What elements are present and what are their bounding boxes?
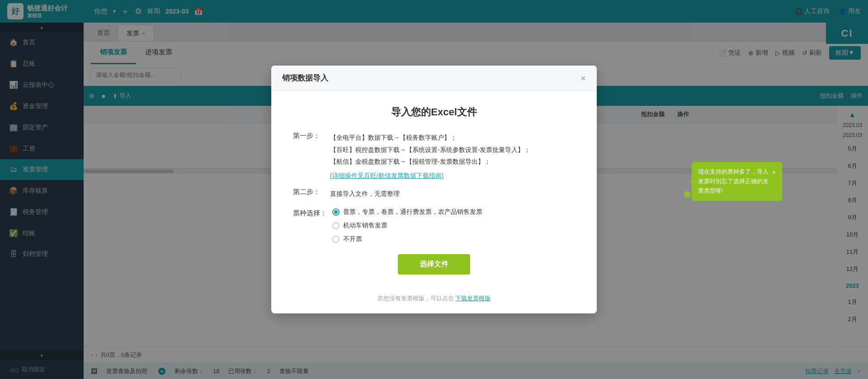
download-template-link[interactable]: 下载发票模版 — [455, 295, 491, 302]
ticket-label-1: 机动车销售发票 — [343, 222, 387, 230]
tooltip-close-button[interactable]: × — [772, 167, 776, 177]
ticket-label-2: 不开票 — [343, 235, 362, 243]
step1-line3: 【航信】金税盘数据下载→【报税管理-发票数据导出】； — [330, 156, 530, 168]
step1-row: 第一步： 【全电平台】数据下载→【税务数字账户】； 【百旺】税控盘数据下载→【系… — [293, 132, 575, 181]
step2-content: 直接导入文件，无需整理 — [330, 188, 400, 200]
ticket-option-2[interactable]: 不开票 — [332, 235, 482, 243]
step1-line2: 【百旺】税控盘数据下载→【系统设置-系统参数设置-发票批量导入】； — [330, 144, 530, 156]
footer-text: 若您没有发票模版，可以点击 — [377, 295, 454, 302]
tooltip-text: 现在支持的票种多了，导入发票时别忘了选择正确的发票类型呀! — [698, 168, 769, 194]
step1-line1: 【全电平台】数据下载→【税务数字账户】； — [330, 132, 530, 144]
ticket-option-1[interactable]: 机动车销售发票 — [332, 222, 482, 230]
svg-point-0 — [684, 191, 690, 198]
step2-label: 第二步： — [293, 188, 325, 200]
modal-title: 销项数据导入 — [282, 73, 328, 83]
modal-main-title: 导入您的Excel文件 — [293, 105, 575, 119]
select-file-button[interactable]: 选择文件 — [398, 254, 470, 275]
modal-close-button[interactable]: × — [580, 74, 586, 83]
step1-label: 第一步： — [293, 132, 325, 181]
step2-row: 第二步： 直接导入文件，无需整理 — [293, 188, 575, 200]
radio-btn-0[interactable] — [332, 208, 340, 216]
radio-btn-2[interactable] — [332, 236, 340, 243]
radio-dot-0 — [334, 210, 338, 214]
modal-header: 销项数据导入 × — [271, 66, 597, 91]
tooltip-bubble: × 现在支持的票种多了，导入发票时别忘了选择正确的发票类型呀! — [692, 162, 782, 201]
modal-footer: 若您没有发票模版，可以点击 下载发票模版 — [271, 287, 597, 313]
ticket-label: 票种选择： — [293, 208, 327, 218]
ticket-label-0: 普票，专票，卷票，通行费发票，农产品销售发票 — [343, 208, 482, 216]
step1-guide-link[interactable]: (详细操作见百旺/航信发票数据下载指南) — [330, 172, 443, 179]
modal-body: 导入您的Excel文件 第一步： 【全电平台】数据下载→【税务数字账户】； 【百… — [271, 91, 597, 287]
tooltip-connector — [683, 190, 692, 200]
modal-overlay[interactable]: × 现在支持的票种多了，导入发票时别忘了选择正确的发票类型呀! 销项数据导入 ×… — [0, 0, 868, 379]
step1-content: 【全电平台】数据下载→【税务数字账户】； 【百旺】税控盘数据下载→【系统设置-系… — [330, 132, 530, 181]
ticket-options: 普票，专票，卷票，通行费发票，农产品销售发票 机动车销售发票 不开票 — [332, 208, 482, 243]
radio-btn-1[interactable] — [332, 222, 340, 229]
ticket-type-row: 票种选择： 普票，专票，卷票，通行费发票，农产品销售发票 机动车销售发票 — [293, 208, 575, 243]
ticket-option-0[interactable]: 普票，专票，卷票，通行费发票，农产品销售发票 — [332, 208, 482, 216]
import-modal: 销项数据导入 × 导入您的Excel文件 第一步： 【全电平台】数据下载→【税务… — [271, 66, 597, 313]
